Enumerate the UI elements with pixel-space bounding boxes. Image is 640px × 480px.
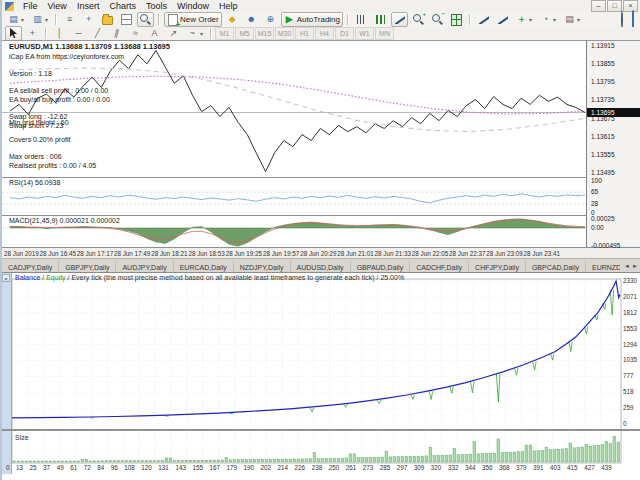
terminal-icon xyxy=(121,14,132,25)
restore-button[interactable]: □ xyxy=(607,0,622,12)
data-window-button[interactable]: + xyxy=(80,12,97,27)
timeframe-button[interactable]: H1 xyxy=(295,27,314,40)
web-button[interactable]: ⊕ xyxy=(262,12,279,27)
rsi-axis-label: 65 xyxy=(591,188,598,195)
tab-scroll-buttons: ◄ ► xyxy=(620,263,640,269)
autotrading-button[interactable]: ▶AutoTrading xyxy=(281,12,343,27)
tester-x-axis-label: 391 xyxy=(533,464,544,471)
text-tool-button[interactable]: A xyxy=(146,26,163,41)
periods-button[interactable]: ◔▾ xyxy=(537,12,559,27)
clock-icon: ◔ xyxy=(540,14,551,25)
tester-graph-canvas[interactable] xyxy=(2,272,640,474)
menu-item[interactable]: Window xyxy=(172,1,214,11)
tab-scroll-left-button[interactable]: ◄ xyxy=(624,263,630,269)
menu: FileViewInsertChartsToolsWindowHelp xyxy=(18,1,242,11)
timeframe-button[interactable]: M1 xyxy=(215,27,234,40)
line-studies-toolbar: + │ ─ ╱ ∥ ≈ A ↗ ~▾ M1M5M15M30H1H4D1W1MN xyxy=(2,27,640,41)
tester-x-axis-label: 202 xyxy=(261,464,272,471)
tile-windows-button[interactable] xyxy=(448,12,465,27)
timeframe-button[interactable]: H4 xyxy=(315,27,334,40)
timeframe-button[interactable]: M30 xyxy=(275,27,294,40)
tester-x-axis-label: 379 xyxy=(516,464,527,471)
menu-item[interactable]: View xyxy=(43,1,72,11)
menu-item[interactable]: Insert xyxy=(72,1,105,11)
cursor-tool-button[interactable] xyxy=(5,26,22,41)
tester-x-axis-label: 143 xyxy=(175,464,186,471)
horizontal-line-icon: ─ xyxy=(73,28,84,39)
tester-x-axis-label: 72 xyxy=(84,464,91,471)
autotrading-play-icon: ▶ xyxy=(284,14,295,25)
channel-tool-button[interactable]: ∥ xyxy=(108,26,125,41)
tester-x-axis-label: 167 xyxy=(209,464,220,471)
templates-button[interactable]: ▤▾ xyxy=(561,12,583,27)
chevron-down-icon: ▾ xyxy=(45,16,48,23)
globe-icon: ⊕ xyxy=(265,14,276,25)
vertical-line-tool-button[interactable]: │ xyxy=(51,26,68,41)
navigator-button[interactable] xyxy=(99,12,116,27)
cycles-tool-button[interactable]: ~▾ xyxy=(184,26,206,41)
new-order-label: New Order xyxy=(180,15,219,24)
strategy-tester-button[interactable] xyxy=(137,12,154,27)
tester-x-axis-label: 297 xyxy=(397,464,408,471)
arrow-objects-icon: ↗ xyxy=(168,28,179,39)
new-chart-icon: ▤ xyxy=(8,14,19,25)
tester-x-axis-label: 226 xyxy=(295,464,306,471)
timeframe-button[interactable]: M5 xyxy=(235,27,254,40)
community-button[interactable]: ☻ xyxy=(243,12,260,27)
auto-scroll-button[interactable] xyxy=(475,12,492,27)
zoom-out-button[interactable]: − xyxy=(429,12,446,27)
text-tool-icon: A xyxy=(149,28,160,39)
fibonacci-tool-button[interactable]: ≈ xyxy=(127,26,144,41)
bar-chart-type-button[interactable] xyxy=(353,12,370,27)
metaeditor-button[interactable]: ◆ xyxy=(224,12,241,27)
chart-shift-button[interactable] xyxy=(494,12,511,27)
data-window-icon: + xyxy=(83,14,94,25)
minimize-button[interactable]: – xyxy=(591,0,606,12)
search-button[interactable] xyxy=(621,11,626,29)
tester-y-axis-label: 259 xyxy=(623,404,637,411)
tile-windows-icon xyxy=(451,14,462,25)
trendline-icon: ╱ xyxy=(92,28,103,39)
metatrader-terminal-window: FileViewInsertChartsToolsWindowHelp – □ … xyxy=(0,0,640,480)
profiles-button[interactable]: ▥▾ xyxy=(29,12,51,27)
tester-method-text: Every tick (the most precise method base… xyxy=(71,274,404,281)
tester-x-axis-label: 285 xyxy=(380,464,391,471)
chart-tabs-bar: CADJPY,DailyGBPJPY,DailyAUDJPY,DailyEURC… xyxy=(2,258,640,273)
menu-item[interactable]: Help xyxy=(214,1,243,11)
tester-y-axis-label: 1294 xyxy=(623,341,637,348)
tester-x-axis: 0132537496172849610812013114315516717919… xyxy=(6,464,612,471)
zoom-in-button[interactable]: + xyxy=(410,12,427,27)
vertical-line-icon: │ xyxy=(54,28,65,39)
new-order-icon xyxy=(167,14,178,25)
horizontal-line-tool-button[interactable]: ─ xyxy=(70,26,87,41)
timeframe-button[interactable]: M15 xyxy=(255,27,274,40)
auto-scroll-icon xyxy=(478,14,489,25)
crosshair-tool-button[interactable]: + xyxy=(24,26,41,41)
menu-item[interactable]: Charts xyxy=(104,1,141,11)
menu-item[interactable]: Tools xyxy=(141,1,172,11)
tester-x-axis-label: 368 xyxy=(499,464,510,471)
app-logo-icon xyxy=(5,2,14,11)
strategy-tester-icon xyxy=(140,14,151,25)
tester-x-axis-label: 309 xyxy=(414,464,425,471)
terminal-button[interactable] xyxy=(118,12,135,27)
candlestick-type-button[interactable] xyxy=(372,12,389,27)
tester-x-axis-label: 120 xyxy=(141,464,152,471)
timeframe-button[interactable]: MN xyxy=(375,27,394,40)
chat-button[interactable] xyxy=(632,11,634,29)
new-chart-button[interactable]: ▤▾ xyxy=(5,12,27,27)
rsi-chart-canvas[interactable] xyxy=(2,177,586,215)
line-chart-icon xyxy=(394,14,405,25)
tab-scroll-right-button[interactable]: ► xyxy=(632,263,638,269)
new-order-button[interactable]: New Order xyxy=(164,12,222,27)
menu-item[interactable]: File xyxy=(18,1,43,11)
arrows-tool-button[interactable]: ↗ xyxy=(165,26,182,41)
channel-icon: ∥ xyxy=(110,27,123,40)
line-chart-type-button[interactable] xyxy=(391,12,408,27)
timeframe-button[interactable]: D1 xyxy=(335,27,354,40)
market-watch-button[interactable]: ≡ xyxy=(61,12,78,27)
timeframe-button[interactable]: W1 xyxy=(355,27,374,40)
indicators-button[interactable]: ＋▾ xyxy=(513,12,535,27)
fibonacci-icon: ≈ xyxy=(130,28,141,39)
trendline-tool-button[interactable]: ╱ xyxy=(89,26,106,41)
